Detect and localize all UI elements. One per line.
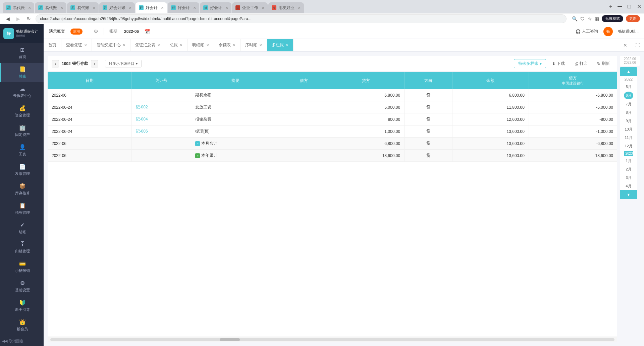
browser-tab-t2[interactable]: 易 易代账 ✕ xyxy=(35,2,66,13)
td-voucher-2[interactable]: 记-004 xyxy=(131,113,191,126)
sidebar-item-archive[interactable]: 🗄 归档管理 xyxy=(0,238,44,257)
sub-account-filter[interactable]: 只显示下级科目 ▾ xyxy=(105,60,142,67)
page-tab-8[interactable]: 多栏账✕ xyxy=(267,39,293,51)
shield-icon[interactable]: 🛡 xyxy=(580,16,585,21)
star-icon[interactable]: ☆ xyxy=(588,16,592,21)
tab-close-t6[interactable]: ✕ xyxy=(193,6,196,10)
browser-tab-t5[interactable]: 好 好会计 ✕ xyxy=(136,2,167,13)
browser-tab-t9[interactable]: 友 用友好业 ✕ xyxy=(268,2,304,13)
tab-close-t4[interactable]: ✕ xyxy=(129,6,131,10)
user-avatar[interactable]: 畅 xyxy=(603,27,613,36)
sidebar-toggle-icon[interactable]: ▦ xyxy=(595,16,599,21)
browser-tab-t1[interactable]: 易 易代账 ✕ xyxy=(3,2,34,13)
forward-button[interactable]: ▶ xyxy=(14,15,22,22)
tab-close-t2[interactable]: ✕ xyxy=(60,6,63,10)
page-tab-5[interactable]: 明细账✕ xyxy=(187,39,214,51)
refresh-button[interactable]: ↻ xyxy=(25,15,33,22)
month-item-2022-3[interactable]: 8月 xyxy=(624,108,634,117)
tab-close-t7[interactable]: ✕ xyxy=(225,6,228,10)
voucher-link-2[interactable]: 记-004 xyxy=(136,117,148,121)
browser-tab-t4[interactable]: 好 好会计账 ✕ xyxy=(99,2,135,13)
tab-close-t9[interactable]: ✕ xyxy=(298,6,301,10)
browser-tab-t8[interactable]: C 企业工作 ✕ xyxy=(232,2,268,13)
month-item-2022-5[interactable]: 10月 xyxy=(624,125,634,134)
month-scroll-up-btn[interactable]: ▲ xyxy=(620,67,637,76)
page-tab-6[interactable]: 余额表✕ xyxy=(214,39,240,51)
minimize-icon[interactable]: ─ xyxy=(618,3,622,10)
month-item-2023-0[interactable]: 1月 xyxy=(624,157,634,165)
month-item-2023-2[interactable]: 3月 xyxy=(624,174,634,182)
month-scroll-down-btn[interactable]: ▼ xyxy=(620,190,637,199)
sidebar-item-tax[interactable]: 📋 税务管理 xyxy=(0,199,44,218)
address-input[interactable] xyxy=(36,14,567,23)
page-tab-close-4[interactable]: ✕ xyxy=(180,43,182,47)
maximize-icon[interactable]: ❐ xyxy=(627,4,632,9)
sidebar-item-asset[interactable]: 🏢 固定资产 xyxy=(0,121,44,141)
month-item-2022-2[interactable]: 7月 xyxy=(624,100,634,108)
page-tab-1[interactable]: 查看凭证✕ xyxy=(61,39,92,51)
voucher-link-3[interactable]: 记-006 xyxy=(136,129,148,134)
month-item-2022-4[interactable]: 9月 xyxy=(624,117,634,125)
tab-close-t3[interactable]: ✕ xyxy=(93,6,95,10)
page-tab-close-1[interactable]: ✕ xyxy=(84,43,87,47)
h-scrollbar-track[interactable] xyxy=(50,338,614,341)
pin-toggle[interactable]: ◀◀ 取消固定 xyxy=(0,335,44,346)
calendar-icon[interactable]: 📅 xyxy=(144,29,150,34)
sidebar-item-cloud_report[interactable]: ☁ 云报表中心 xyxy=(0,82,44,102)
close-panel-btn[interactable]: ✕ xyxy=(619,40,631,51)
page-tab-close-5[interactable]: ✕ xyxy=(206,43,209,47)
h-scrollbar-thumb[interactable] xyxy=(220,338,240,341)
incognito-button[interactable]: 无痕模式 xyxy=(602,15,623,22)
sidebar-item-expense[interactable]: 💳 小畅报销 xyxy=(0,257,44,277)
search-icon[interactable]: 🔍 xyxy=(572,16,578,21)
sidebar-item-guide[interactable]: 🔰 新手引导 xyxy=(0,296,44,315)
sidebar-item-member[interactable]: 👑 畅会员 xyxy=(0,315,44,335)
sidebar-item-settle[interactable]: ✔ 结账 xyxy=(0,218,44,238)
next-account-btn[interactable]: › xyxy=(91,60,98,67)
month-item-2022-7[interactable]: 12月 xyxy=(624,142,634,150)
page-tab-close-2[interactable]: ✕ xyxy=(123,43,125,47)
multi-col-btn[interactable]: 特殊多栏账 ▾ xyxy=(514,59,546,68)
sidebar-item-invoice[interactable]: 📄 发票管理 xyxy=(0,160,44,180)
page-tab-2[interactable]: 智能凭证中心✕ xyxy=(92,39,130,51)
page-tab-4[interactable]: 总账✕ xyxy=(165,39,187,51)
download-btn[interactable]: ⬇ 下载 xyxy=(549,59,568,68)
prev-account-btn[interactable]: ‹ xyxy=(52,60,59,67)
sidebar-item-inventory[interactable]: 📦 库存核算 xyxy=(0,180,44,199)
print-btn[interactable]: 🖨 打印 xyxy=(571,59,591,68)
page-tab-close-3[interactable]: ✕ xyxy=(157,43,160,47)
page-tab-close-7[interactable]: ✕ xyxy=(259,43,262,47)
month-item-2022-0[interactable]: 5月 xyxy=(624,83,634,91)
new-tab-button[interactable]: + xyxy=(606,4,615,10)
demo-badge[interactable]: 演用 xyxy=(70,29,83,35)
page-tab-7[interactable]: 序时账✕ xyxy=(240,39,267,51)
td-voucher-1[interactable]: 记-002 xyxy=(131,101,191,113)
sidebar-item-settings[interactable]: ⚙ 基础设置 xyxy=(0,277,44,296)
settings-icon[interactable]: ⚙ xyxy=(94,28,98,35)
page-tab-0[interactable]: 首页 xyxy=(44,39,61,51)
user-service-btn[interactable]: 🎧 人工咨询 xyxy=(576,29,598,34)
page-tab-3[interactable]: 凭证汇总表✕ xyxy=(130,39,165,51)
tab-close-t5[interactable]: ✕ xyxy=(161,6,164,10)
back-button[interactable]: ◀ xyxy=(4,15,12,22)
month-item-2022-1[interactable]: 6月 xyxy=(624,92,633,99)
close-icon[interactable]: ✕ xyxy=(637,3,641,10)
expand-panel-btn[interactable]: ⛶ xyxy=(631,40,644,51)
refresh-ledger-btn[interactable]: ↻ 刷新 xyxy=(594,59,613,68)
sidebar-item-ledger[interactable]: 📒 总账 xyxy=(0,63,44,82)
month-item-2023-3[interactable]: 4月 xyxy=(624,182,634,190)
horizontal-scrollbar[interactable] xyxy=(48,337,617,342)
browser-tab-t6[interactable]: 好 好会计 ✕ xyxy=(168,2,199,13)
td-voucher-3[interactable]: 记-006 xyxy=(131,126,191,138)
update-button[interactable]: 更新 xyxy=(626,15,640,22)
browser-tab-t3[interactable]: 易 易代账 ✕ xyxy=(67,2,99,13)
tab-close-t8[interactable]: ✕ xyxy=(262,6,264,10)
page-tab-close-8[interactable]: ✕ xyxy=(286,43,288,47)
tab-close-t1[interactable]: ✕ xyxy=(28,6,31,10)
sidebar-item-home[interactable]: ⊞ 首页 xyxy=(0,43,44,63)
month-item-2022-6[interactable]: 11月 xyxy=(624,134,634,142)
page-tab-close-6[interactable]: ✕ xyxy=(233,43,235,47)
month-item-2023-1[interactable]: 2月 xyxy=(624,165,634,174)
browser-tab-t7[interactable]: 好 好会计 ✕ xyxy=(200,2,231,13)
sidebar-item-fund[interactable]: 💰 资金管理 xyxy=(0,102,44,121)
